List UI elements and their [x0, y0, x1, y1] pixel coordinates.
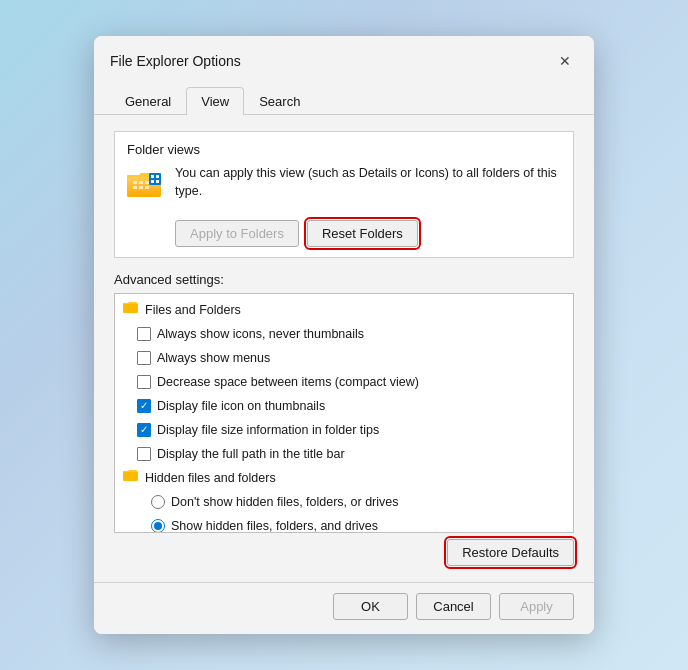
- folder-views-section: Folder views: [114, 131, 574, 258]
- dialog-footer: OK Cancel Apply: [94, 582, 594, 634]
- list-item-label: Always show icons, never thumbnails: [157, 324, 364, 344]
- svg-rect-13: [123, 303, 138, 313]
- advanced-settings-section: Advanced settings: Files and FoldersAlwa…: [114, 272, 574, 566]
- tab-view[interactable]: View: [186, 87, 244, 115]
- svg-rect-8: [149, 173, 161, 185]
- svg-rect-14: [123, 471, 138, 481]
- list-item-label: Show hidden files, folders, and drives: [171, 516, 378, 533]
- folder-description: You can apply this view (such as Details…: [175, 165, 561, 200]
- svg-rect-3: [139, 181, 143, 184]
- list-item[interactable]: Always show icons, never thumbnails: [115, 322, 573, 346]
- checkbox-icon: [137, 327, 151, 341]
- svg-rect-12: [156, 180, 159, 183]
- tab-search[interactable]: Search: [244, 87, 315, 115]
- checkbox-icon: [137, 447, 151, 461]
- restore-defaults-button[interactable]: Restore Defaults: [447, 539, 574, 566]
- list-item: Hidden files and folders: [115, 466, 573, 490]
- cancel-button[interactable]: Cancel: [416, 593, 491, 620]
- radio-icon: [151, 519, 165, 533]
- tabs-container: General View Search: [94, 78, 594, 115]
- folder-icon: [127, 167, 163, 199]
- svg-rect-2: [133, 181, 137, 184]
- apply-to-folders-button[interactable]: Apply to Folders: [175, 220, 299, 247]
- list-item-label: Always show menus: [157, 348, 270, 368]
- close-button[interactable]: ✕: [552, 48, 578, 74]
- list-item[interactable]: Display file size information in folder …: [115, 418, 573, 442]
- list-item[interactable]: Don't show hidden files, folders, or dri…: [115, 490, 573, 514]
- svg-rect-6: [139, 186, 143, 189]
- svg-rect-11: [151, 180, 154, 183]
- svg-rect-5: [133, 186, 137, 189]
- svg-rect-4: [145, 181, 149, 184]
- list-item-label: Don't show hidden files, folders, or dri…: [171, 492, 399, 512]
- folder-views-label: Folder views: [127, 142, 561, 157]
- list-item-label: Files and Folders: [145, 300, 241, 320]
- list-item[interactable]: Show hidden files, folders, and drives: [115, 514, 573, 533]
- folder-views-right: You can apply this view (such as Details…: [175, 165, 561, 247]
- checkbox-icon: [137, 423, 151, 437]
- svg-rect-9: [151, 175, 154, 178]
- list-item[interactable]: Display file icon on thumbnails: [115, 394, 573, 418]
- list-item-label: Hidden files and folders: [145, 468, 276, 488]
- folder-category-icon: [123, 468, 139, 488]
- checkbox-icon: [137, 375, 151, 389]
- checkbox-icon: [137, 399, 151, 413]
- folder-category-icon: [123, 300, 139, 320]
- title-bar: File Explorer Options ✕: [94, 36, 594, 74]
- advanced-label: Advanced settings:: [114, 272, 574, 287]
- restore-row: Restore Defaults: [114, 539, 574, 566]
- svg-rect-7: [145, 186, 149, 189]
- list-item[interactable]: Always show menus: [115, 346, 573, 370]
- svg-rect-10: [156, 175, 159, 178]
- folder-buttons: Apply to Folders Reset Folders: [175, 220, 561, 247]
- tab-general[interactable]: General: [110, 87, 186, 115]
- list-item-label: Display file icon on thumbnails: [157, 396, 325, 416]
- checkbox-icon: [137, 351, 151, 365]
- list-item-label: Display file size information in folder …: [157, 420, 379, 440]
- dialog-content: Folder views: [94, 115, 594, 582]
- dialog-title: File Explorer Options: [110, 53, 241, 69]
- settings-list[interactable]: Files and FoldersAlways show icons, neve…: [114, 293, 574, 533]
- list-item[interactable]: Decrease space between items (compact vi…: [115, 370, 573, 394]
- apply-button[interactable]: Apply: [499, 593, 574, 620]
- reset-folders-button[interactable]: Reset Folders: [307, 220, 418, 247]
- folder-views-inner: You can apply this view (such as Details…: [127, 165, 561, 247]
- file-explorer-options-dialog: File Explorer Options ✕ General View Sea…: [94, 36, 594, 634]
- list-item-label: Display the full path in the title bar: [157, 444, 345, 464]
- radio-icon: [151, 495, 165, 509]
- list-item: Files and Folders: [115, 298, 573, 322]
- list-item[interactable]: Display the full path in the title bar: [115, 442, 573, 466]
- ok-button[interactable]: OK: [333, 593, 408, 620]
- list-item-label: Decrease space between items (compact vi…: [157, 372, 419, 392]
